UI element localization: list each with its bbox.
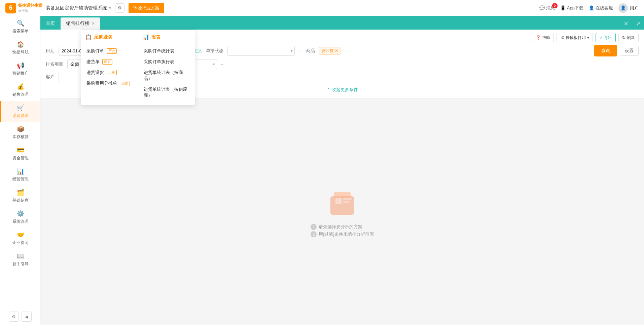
purchase-col-icon: 📋 bbox=[85, 34, 92, 40]
customer-label: 客户 bbox=[46, 74, 55, 80]
hint-item-1: 1 请先选择要分析的方案 bbox=[311, 224, 373, 230]
export-button[interactable]: ↗ 导出 bbox=[596, 33, 616, 42]
export-icon: ↗ bbox=[599, 35, 603, 40]
sidebar-item-ops[interactable]: 📊 经营管理 bbox=[0, 164, 40, 186]
hist-badge: 历史 bbox=[120, 81, 130, 86]
phone-icon: 📱 bbox=[560, 5, 566, 10]
tab-home[interactable]: 首页 bbox=[40, 17, 61, 30]
sidebar-item-search[interactable]: 🔍 搜索菜单 bbox=[0, 16, 40, 37]
dropdown-overlay: 📋 采购业务 采购订单 历史 进货单 历史 进货退货 历史 bbox=[81, 30, 195, 105]
set-button[interactable]: 设置 bbox=[620, 46, 639, 56]
app-download-button[interactable]: 📱 App下载 bbox=[560, 5, 583, 11]
query-button[interactable]: 查询 bbox=[594, 45, 617, 56]
dropdown-menu: 📋 采购业务 采购订单 历史 进货单 历史 进货退货 历史 bbox=[81, 30, 195, 105]
message-button[interactable]: 💬 消息 5 bbox=[539, 5, 555, 11]
doc-status-label: 单据状态 bbox=[206, 48, 223, 54]
sidebar-item-guide[interactable]: 📖 新手引导 bbox=[0, 249, 40, 270]
tabs-bar: 首页 销售排行榜 ✕ ✕ ⤢ bbox=[40, 16, 644, 30]
goods-more[interactable]: ··· bbox=[345, 48, 348, 53]
hint-item-2: 2 用[过滤]条件来缩小分析范围 bbox=[311, 231, 373, 237]
hint-num-2: 2 bbox=[311, 231, 317, 237]
industry-btn[interactable]: 体验行业方案 bbox=[129, 3, 164, 13]
goods-label: 商品 bbox=[306, 48, 315, 54]
salesman-more[interactable]: ··· bbox=[221, 62, 224, 67]
system-icon: ⚙️ bbox=[17, 210, 24, 217]
svg-rect-4 bbox=[343, 201, 350, 203]
report-col-icon: 📊 bbox=[142, 34, 149, 40]
user-area[interactable]: 👤 用户 bbox=[618, 3, 639, 13]
content-area: 首页 销售排行榜 ✕ ✕ ⤢ ❓ 帮助 🖨 bbox=[40, 16, 644, 325]
sidebar-item-base[interactable]: 🗂️ 基础信息 bbox=[0, 186, 40, 207]
maximize-window-btn[interactable]: ⤢ bbox=[632, 17, 644, 30]
hint-num-1: 1 bbox=[311, 224, 317, 230]
close-window-btn[interactable]: ✕ bbox=[620, 17, 632, 30]
sidebar-item-purchase[interactable]: 🛒 采购管理 bbox=[0, 101, 40, 122]
collapse-sidebar-btn[interactable]: ◀ bbox=[22, 312, 32, 322]
empty-area: 1 请先选择要分析的方案 2 用[过滤]条件来缩小分析范围 bbox=[40, 98, 644, 325]
hist-badge: 历史 bbox=[102, 59, 112, 65]
rank-label: 排名项目 bbox=[46, 61, 63, 67]
menu-item-receipt-by-goods[interactable]: 进货单统计表（按商品） bbox=[142, 67, 191, 84]
sidebar-bottom: ⚙ ◀ bbox=[0, 308, 40, 325]
system-title: 装备及固定资产辅助管理系统 ▾ bbox=[46, 5, 111, 11]
main-layout: 🔍 搜索菜单 🏠 快捷导航 📢 营销推广 💰 销售管理 🛒 采购管理 📦 库存核… bbox=[0, 16, 644, 325]
date-label: 日期 bbox=[46, 48, 55, 54]
empty-illustration bbox=[325, 186, 359, 220]
collapse-icon: ⌃ bbox=[327, 87, 330, 92]
refresh-button[interactable]: ↻ 刷新 bbox=[618, 33, 639, 42]
print-icon: 🖨 bbox=[560, 35, 564, 40]
online-service-button[interactable]: 👤 在线客服 bbox=[589, 5, 613, 11]
purchase-icon: 🛒 bbox=[17, 104, 24, 112]
empty-hints: 1 请先选择要分析的方案 2 用[过滤]条件来缩小分析范围 bbox=[311, 224, 373, 237]
svg-rect-2 bbox=[335, 198, 342, 204]
doc-status-more[interactable]: ··· bbox=[299, 48, 302, 53]
filter-actions-top: ❓ 帮助 🖨 按模板打印 ▾ ↗ 导出 ↻ 刷新 bbox=[532, 33, 639, 42]
dropdown-purchase-col: 📋 采购业务 采购订单 历史 进货单 历史 进货退货 历史 bbox=[81, 34, 138, 101]
goods-tag-close-icon[interactable]: ✕ bbox=[335, 48, 338, 53]
sales-icon: 💰 bbox=[17, 83, 24, 90]
menu-item-receipt-by-supplier[interactable]: 进货单统计表（按供应商） bbox=[142, 84, 191, 101]
home-icon: 🏠 bbox=[17, 41, 24, 48]
logo-text: 畅捷通好生意 标准版 bbox=[18, 3, 42, 13]
tab-close-icon[interactable]: ✕ bbox=[92, 21, 95, 26]
promo-icon: 📢 bbox=[17, 62, 24, 69]
svg-rect-3 bbox=[343, 198, 352, 200]
sidebar-item-promo[interactable]: 📢 营销推广 bbox=[0, 58, 40, 80]
report-col-header: 📊 报表 bbox=[142, 34, 191, 42]
doc-status-select[interactable] bbox=[227, 46, 295, 56]
menu-item-order-exec[interactable]: 采购订单执行表 bbox=[142, 56, 191, 67]
search-icon: 🔍 bbox=[17, 19, 24, 27]
sidebar-item-sales[interactable]: 💰 销售管理 bbox=[0, 80, 40, 101]
header-right: 💬 消息 5 📱 App下载 👤 在线客服 👤 用户 bbox=[539, 3, 639, 13]
sidebar-item-finance[interactable]: 💳 资金管理 bbox=[0, 143, 40, 164]
sidebar-item-coop[interactable]: 🤝 企业协同 bbox=[0, 228, 40, 249]
top-header: 6 畅捷通好生意 标准版 装备及固定资产辅助管理系统 ▾ ⚙ 体验行业方案 💬 … bbox=[0, 0, 644, 16]
menu-item-order-stats[interactable]: 采购订单统计表 bbox=[142, 46, 191, 56]
goods-tag: 设计费 ✕ bbox=[319, 47, 341, 55]
sidebar-item-nav[interactable]: 🏠 快捷导航 bbox=[0, 37, 40, 58]
help-button[interactable]: ❓ 帮助 bbox=[532, 33, 554, 42]
settings-bottom-btn[interactable]: ⚙ bbox=[9, 312, 19, 322]
menu-item-purchase-order[interactable]: 采购订单 历史 bbox=[85, 46, 134, 56]
menu-item-goods-receipt[interactable]: 进货单 历史 bbox=[85, 56, 134, 67]
coop-icon: 🤝 bbox=[17, 231, 24, 239]
menu-item-purchase-expense[interactable]: 采购费用分摊单 历史 bbox=[85, 78, 134, 89]
doc-status-select-wrap bbox=[227, 46, 295, 56]
ops-icon: 📊 bbox=[17, 168, 24, 175]
dropdown-arrow-icon[interactable]: ▾ bbox=[109, 6, 111, 10]
menu-item-goods-return[interactable]: 进货退货 历史 bbox=[85, 67, 134, 78]
sidebar-item-system[interactable]: ⚙️ 系统管理 bbox=[0, 207, 40, 228]
print-button[interactable]: 🖨 按模板打印 ▾ bbox=[557, 33, 593, 42]
finance-icon: 💳 bbox=[17, 147, 24, 154]
logo-icon: 6 bbox=[5, 3, 16, 13]
sidebar-item-stock[interactable]: 📦 库存核算 bbox=[0, 122, 40, 143]
tab-sales-rank[interactable]: 销售排行榜 ✕ bbox=[61, 17, 100, 30]
logo-area: 6 畅捷通好生意 标准版 bbox=[5, 3, 46, 13]
dropdown-report-col: 📊 报表 采购订单统计表 采购订单执行表 进货单统计表（按商品） 进货单统计表（… bbox=[138, 34, 195, 101]
service-icon: 👤 bbox=[589, 5, 594, 10]
svg-rect-1 bbox=[334, 192, 351, 198]
message-badge: 5 bbox=[552, 3, 558, 8]
settings-button[interactable]: ⚙ bbox=[115, 3, 124, 13]
help-icon: ❓ bbox=[536, 35, 541, 40]
header-center: 装备及固定资产辅助管理系统 ▾ ⚙ 体验行业方案 bbox=[46, 3, 539, 13]
